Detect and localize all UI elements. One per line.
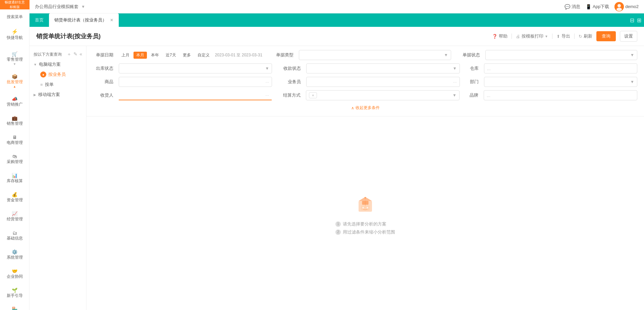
tab-maximize-icon[interactable]: ⊞ [637,17,641,23]
mobile-group-label: 移动端方案 [38,92,60,98]
goods-dots[interactable]: ··· [265,80,269,85]
wholesale-icon: 📦 [12,74,17,79]
shortcut-icon: ⚡ [11,29,18,35]
warehouse-placeholder: ... [487,66,491,71]
tree-item-by-salesperson[interactable]: ● 按业务员 [36,69,86,80]
refresh-icon: ↻ [579,34,582,39]
filter-row-1: 单据日期 上月 本月 本年 近7天 更多 自定义 2023-03-01 至 20… [93,50,637,60]
out-status-select[interactable]: ▼ [119,63,272,73]
user-menu[interactable]: demo2 [614,2,639,11]
dept-select[interactable]: ▼ [484,77,637,87]
tab-minimize-icon[interactable]: ⊟ [630,17,634,23]
newbie-icon: 🌱 [12,288,17,293]
sidebar-item-enterprise[interactable]: 🤝 企业协同 [0,264,29,283]
topbar: 办公用品行业模拟账套 ▼ 💬 消息 📱 App下载 demo2 [30,0,644,13]
export-btn[interactable]: ⬆ 导出 [556,33,570,39]
date-btn-custom[interactable]: 自定义 [195,52,212,59]
add-scheme-icon[interactable]: ＋ [67,51,71,57]
date-btn-this-month[interactable]: 本月 [133,52,147,59]
date-btn-last-month[interactable]: 上月 [119,52,132,59]
edit-scheme-icon[interactable]: ✎ [73,51,77,57]
tree-group-desktop[interactable]: ▼ 电脑端方案 [30,59,86,69]
enterprise-icon: 🤝 [12,268,17,274]
settlement-tag-close[interactable]: × [312,93,314,97]
print-dropdown-icon[interactable]: ▼ [545,35,548,38]
sidebar-item-finance[interactable]: 💰 资金管理 [0,188,29,207]
retail-label: 零售管理 [7,57,23,62]
dept-dropdown-icon: ▼ [630,80,634,84]
consignee-dots[interactable]: ··· [265,93,269,98]
finance-label: 资金管理 [7,197,23,203]
settlement-tag: × [309,92,317,98]
empty-hint-1: 1 请先选择要分析的方案 [335,221,395,227]
tab-close-icon[interactable]: ✕ [110,18,113,22]
doc-status-select[interactable]: ▼ [485,50,637,60]
consignee-input-wrapper[interactable]: ··· [119,90,272,100]
help-icon: ❓ [492,34,497,39]
sidebar-item-ecommerce[interactable]: 🖥 电商管理 [0,131,29,150]
out-status-dropdown-icon: ▼ [265,66,269,71]
sidebar-item-purchase[interactable]: 🛍 采购管理 [0,150,29,169]
search-menu-section[interactable]: 搜索菜单 [0,9,29,24]
topbar-dropdown-icon[interactable]: ▼ [81,4,85,9]
sidebar: 畅捷通好生意 标账版 搜索菜单 ⚡ 快捷导航 🛒 零售管理 ▼ 📦 批发管理 ▲… [0,0,30,310]
salesperson-dots[interactable]: ··· [453,80,457,85]
sidebar-item-wholesale[interactable]: 📦 批发管理 ▲ [0,70,29,92]
settlement-select[interactable]: × ▼ [306,90,460,100]
payment-status-dropdown-icon: ▼ [453,66,457,71]
sidebar-item-sales[interactable]: 💼 销售管理 [0,111,29,131]
doc-type-select[interactable]: ▼ [299,50,451,60]
inventory-label: 库存核算 [7,178,23,184]
brand-placeholder: ... [487,93,490,98]
sales-label: 销售管理 [7,121,23,126]
tree-item-by-order[interactable]: ≡ 按单 [36,80,86,90]
retail-arrow: ▼ [13,62,16,66]
tab-sales-stats[interactable]: 销货单统计表（按业务员） ✕ [49,13,119,27]
tree-group-mobile[interactable]: ▶ 移动端方案 [30,90,86,100]
app-download-btn[interactable]: 📱 App下载 [586,4,609,10]
topbar-left: 办公用品行业模拟账套 ▼ [35,4,85,10]
tree-group-label: 电脑端方案 [39,61,61,67]
messages-label: 消息 [572,4,580,10]
svg-point-11 [365,197,366,199]
sidebar-item-newbie[interactable]: 🌱 新手引导 [0,283,29,303]
warehouse-select[interactable]: ... [484,63,637,73]
settings-button[interactable]: 设置 [620,31,637,42]
collapse-label: 收起更多条件 [356,105,380,111]
help-btn[interactable]: ❓ 帮助 [492,33,507,39]
sidebar-item-system[interactable]: ⚙️ 系统管理 [0,245,29,264]
sidebar-item-basic[interactable]: 🗂 基础信息 [0,226,29,245]
print-btn[interactable]: 🖨 按模板打印 ▼ [516,33,548,39]
collapse-panel-icon[interactable]: « [79,51,82,57]
sidebar-item-appstore[interactable]: 🏪 应用中心 [0,303,29,310]
sidebar-item-inventory[interactable]: 📊 库存核算 [0,169,29,188]
sidebar-item-retail[interactable]: 🛒 零售管理 ▼ [0,47,29,70]
salesperson-scheme-label: 按业务员 [48,71,66,78]
collapse-btn[interactable]: ∧ 收起更多条件 [93,104,637,112]
app-logo: 畅捷通好生意 标账版 [0,0,30,9]
hint-1-num: 1 [335,221,341,227]
goods-select[interactable]: ··· [119,77,272,87]
sidebar-item-marketing[interactable]: 📣 营销推广 [0,92,29,111]
date-btn-more[interactable]: 更多 [180,52,194,59]
date-btn-this-year[interactable]: 本年 [148,52,162,59]
payment-status-select[interactable]: ▼ [306,63,460,73]
date-range-text: 2023-03-01 至 2023-03-31 [215,52,262,58]
consignee-input[interactable] [121,93,265,98]
out-status-label: 出库状态 [93,65,113,71]
retail-icon: 🛒 [12,51,17,57]
sidebar-item-operations[interactable]: 📈 经营管理 [0,207,29,226]
brand-select[interactable]: ... [484,90,637,100]
refresh-btn[interactable]: ↻ 刷新 [579,33,592,39]
search-menu-label[interactable]: 搜索菜单 [7,13,23,21]
tab-home[interactable]: 首页 [30,13,49,27]
svg-point-9 [367,207,368,208]
date-btn-last-7-days[interactable]: 近7天 [163,52,179,59]
sidebar-shortcut-nav[interactable]: ⚡ 快捷导航 [0,24,29,45]
doc-type-label: 单据类型 [270,52,293,58]
system-label: 系统管理 [7,255,23,260]
salesperson-select[interactable]: ··· [306,77,460,87]
messages-btn[interactable]: 💬 消息 [565,4,580,10]
hint-1-text: 请先选择要分析的方案 [343,221,386,227]
query-button[interactable]: 查询 [596,31,616,41]
